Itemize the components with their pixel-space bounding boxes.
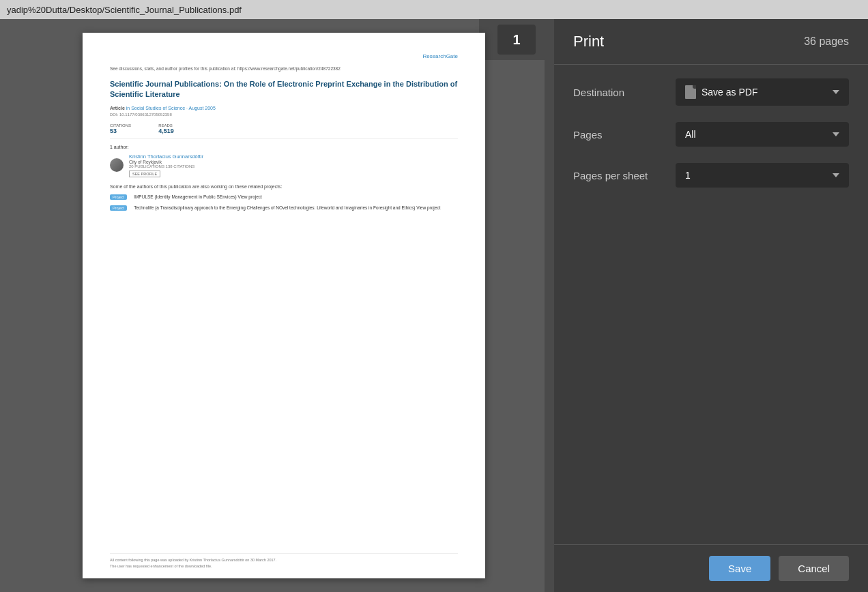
see-discussions-text: See discussions, stats, and author profi… bbox=[110, 66, 341, 71]
author-info: Kristinn Thorlacius Gunnarsdóttir City o… bbox=[129, 153, 203, 177]
working-label: Some of the authors of this publication … bbox=[110, 184, 458, 189]
author-affil: City of Reykjavik bbox=[129, 160, 203, 164]
researchgate-text: ResearchGate bbox=[422, 53, 458, 59]
pages-row: Pages All bbox=[573, 122, 849, 147]
pdf-article-label: Article in Social Studies of Science · A… bbox=[110, 106, 458, 110]
pdf-footer-1: All content following this page was uplo… bbox=[110, 558, 458, 562]
print-title: Print bbox=[573, 33, 604, 50]
destination-row: Destination Save as PDF bbox=[573, 78, 849, 106]
destination-value: Save as PDF bbox=[701, 87, 757, 98]
project-1-tag: Project bbox=[110, 194, 127, 200]
pages-per-sheet-select[interactable]: 1 bbox=[676, 163, 849, 188]
print-header: Print 36 pages bbox=[554, 19, 868, 65]
project-2-tag: Project bbox=[110, 205, 127, 211]
pages-value: All bbox=[685, 129, 696, 140]
destination-select[interactable]: Save as PDF bbox=[676, 78, 849, 106]
document-icon bbox=[685, 85, 696, 99]
pdf-doi: DOI: 10.1177/0306312705052358 bbox=[110, 113, 458, 117]
print-footer: Save Cancel bbox=[554, 544, 868, 592]
author-stats: 20 PUBLICATIONS 138 CITATIONS bbox=[129, 164, 203, 168]
pdf-footer-2: The user has requested enhancement of th… bbox=[110, 564, 458, 568]
pages-per-sheet-chevron-icon bbox=[833, 173, 839, 177]
authors-label: 1 author: bbox=[110, 145, 458, 149]
project-1-row: Project IMPULSE (Identity Management in … bbox=[110, 194, 458, 200]
print-panel: Print 36 pages Destination Save as PDF P… bbox=[554, 19, 868, 592]
pages-chevron-icon bbox=[833, 132, 839, 136]
pdf-see-discussions: See discussions, stats, and author profi… bbox=[110, 66, 458, 71]
reads-stat: READS 4,519 bbox=[158, 123, 174, 134]
save-button[interactable]: Save bbox=[709, 556, 770, 581]
preview-area: 1 ResearchGate See discussions, stats, a… bbox=[0, 19, 554, 592]
pages-per-sheet-label: Pages per sheet bbox=[573, 170, 676, 181]
destination-chevron-icon bbox=[833, 90, 839, 94]
citations-stat: CITATIONS 53 bbox=[110, 123, 131, 134]
cancel-button[interactable]: Cancel bbox=[779, 556, 849, 581]
project-1-text: IMPULSE (Identity Management in Public S… bbox=[134, 194, 262, 199]
author-avatar bbox=[110, 158, 124, 172]
project-2-text: Technolife (a Transdisciplinary approach… bbox=[134, 205, 440, 210]
pdf-page-wrapper: ResearchGate See discussions, stats, and… bbox=[34, 33, 534, 578]
see-profile-button[interactable]: SEE PROFILE bbox=[129, 171, 160, 177]
researchgate-link: ResearchGate bbox=[110, 53, 458, 59]
pages-per-sheet-row: Pages per sheet 1 bbox=[573, 163, 849, 188]
pages-label: Pages bbox=[573, 129, 676, 140]
project-2-row: Project Technolife (a Transdisciplinary … bbox=[110, 205, 458, 211]
print-pages: 36 pages bbox=[804, 35, 849, 48]
scrollbar[interactable] bbox=[545, 19, 554, 592]
pages-per-sheet-value: 1 bbox=[685, 170, 691, 181]
destination-label: Destination bbox=[573, 87, 676, 98]
pages-select[interactable]: All bbox=[676, 122, 849, 147]
pages-select-content: All bbox=[685, 129, 696, 140]
destination-select-content: Save as PDF bbox=[685, 85, 757, 99]
pdf-footer: All content following this page was uplo… bbox=[110, 553, 458, 568]
pdf-authors-section: 1 author: Kristinn Thorlacius Gunnarsdót… bbox=[110, 145, 458, 177]
main-area: 1 ResearchGate See discussions, stats, a… bbox=[0, 19, 868, 592]
pdf-working-section: Some of the authors of this publication … bbox=[110, 184, 458, 211]
pages-per-sheet-content: 1 bbox=[685, 170, 691, 181]
article-in: in Social Studies of Science · August 20… bbox=[126, 106, 216, 110]
author-name: Kristinn Thorlacius Gunnarsdóttir bbox=[129, 153, 203, 160]
print-options: Destination Save as PDF Pages All bbox=[554, 65, 868, 544]
pdf-page: ResearchGate See discussions, stats, and… bbox=[83, 33, 485, 578]
title-bar-text: yadip%20Dutta/Desktop/Scientific_Journal… bbox=[7, 5, 242, 15]
title-bar: yadip%20Dutta/Desktop/Scientific_Journal… bbox=[0, 0, 868, 19]
author-row: Kristinn Thorlacius Gunnarsdóttir City o… bbox=[110, 153, 458, 177]
pdf-title: Scientific Journal Publications: On the … bbox=[110, 79, 458, 100]
pdf-stats-row: CITATIONS 53 READS 4,519 bbox=[110, 123, 458, 139]
